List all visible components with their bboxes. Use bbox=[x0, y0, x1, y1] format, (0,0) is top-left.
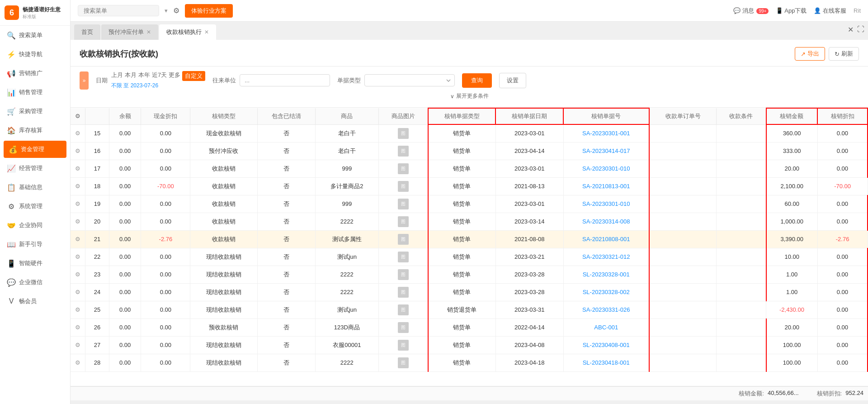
tab-close-icon[interactable]: ✕ bbox=[146, 29, 151, 35]
bill-type-select[interactable] bbox=[364, 74, 455, 86]
td-included-settled: 否 bbox=[257, 195, 316, 213]
td-product: 老白干 bbox=[316, 142, 378, 160]
settings-button[interactable]: 设置 bbox=[499, 73, 526, 88]
tab-close-icon[interactable]: ✕ bbox=[204, 29, 209, 35]
export-button[interactable]: ↗ 导出 bbox=[795, 47, 825, 61]
td-verify-bill-type: 销货单 bbox=[428, 160, 496, 177]
bill-no-link[interactable]: ABC-001 bbox=[594, 324, 618, 331]
expand-more-conditions[interactable]: ∨ 展开更多条件 bbox=[80, 90, 859, 103]
date-quick-links: 上月 本月 本年 近7天 更多 自定义 bbox=[111, 71, 205, 81]
search-input[interactable] bbox=[78, 5, 159, 16]
th-cash-discount: 现金折扣 bbox=[141, 108, 190, 124]
date-more[interactable]: 更多 bbox=[169, 71, 180, 81]
bill-no-link[interactable]: SA-20230301-001 bbox=[582, 130, 630, 137]
bill-no-link[interactable]: SA-20230321-012 bbox=[582, 253, 630, 260]
bill-no-link[interactable]: SA-20230414-017 bbox=[582, 147, 630, 154]
query-button[interactable]: 查询 bbox=[462, 73, 492, 88]
horizontal-scrollbar[interactable] bbox=[71, 400, 868, 404]
td-balance: 0.00 bbox=[109, 230, 141, 248]
app-download-link[interactable]: 📱 App下载 bbox=[776, 7, 807, 15]
td-verify-type: 收款核销 bbox=[190, 160, 257, 177]
user-name: Rit bbox=[854, 7, 861, 14]
tab-0[interactable]: 首页 bbox=[74, 24, 100, 40]
sidebar-item-基础信息[interactable]: 📋基础信息 bbox=[0, 178, 70, 197]
logo-title: 畅捷通谱好生意 bbox=[23, 6, 61, 14]
bill-no-link[interactable]: SA-20230331-026 bbox=[582, 306, 630, 313]
td-verify-bill-type: 销货单 bbox=[428, 336, 496, 354]
topbar-arrow[interactable]: ▾ bbox=[165, 7, 168, 14]
table-row: ⚙ 18 0.00 -70.00 收款核销 否 多计量商品2 图 销货单 202… bbox=[71, 177, 868, 195]
td-settings: ⚙ bbox=[71, 195, 85, 213]
date-this-year[interactable]: 本年 bbox=[138, 71, 150, 81]
td-verify-amount: -2,430.00 bbox=[766, 301, 818, 318]
sidebar-item-搜索菜单[interactable]: 🔍搜索菜单 bbox=[0, 26, 70, 45]
td-cash-discount: 0.00 bbox=[141, 213, 190, 230]
bill-no-link[interactable]: SA-20230314-008 bbox=[582, 218, 630, 225]
td-balance: 0.00 bbox=[109, 318, 141, 336]
td-row-no: 24 bbox=[85, 283, 109, 301]
td-verify-bill-no: SA-20230331-026 bbox=[563, 301, 649, 318]
td-row-no: 20 bbox=[85, 213, 109, 230]
td-verify-bill-type: 销货单 bbox=[428, 213, 496, 230]
sidebar-item-资金管理[interactable]: 💰资金管理 bbox=[4, 141, 66, 158]
td-verify-discount: -70.00 bbox=[817, 177, 868, 195]
th-verify-bill-no: 核销单据号 bbox=[563, 108, 649, 124]
date-this-month[interactable]: 本月 bbox=[125, 71, 137, 81]
topbar-gear-icon[interactable]: ⚙ bbox=[173, 6, 179, 15]
td-balance: 0.00 bbox=[109, 195, 141, 213]
sidebar-item-企业协同[interactable]: 🤝企业协同 bbox=[0, 216, 70, 235]
refresh-button[interactable]: ↻ 刷新 bbox=[829, 47, 859, 61]
expand-tab-icon[interactable]: ⛶ bbox=[857, 25, 864, 34]
bill-no-link[interactable]: SL-20230328-001 bbox=[583, 271, 630, 278]
td-verify-amount: 1.00 bbox=[766, 283, 818, 301]
filter-expand-button[interactable]: » bbox=[80, 71, 89, 90]
td-row-no: 28 bbox=[85, 354, 109, 371]
td-verify-bill-no: SA-20230301-001 bbox=[563, 124, 649, 142]
td-verify-bill-no: SL-20230418-001 bbox=[563, 354, 649, 371]
date-7days[interactable]: 近7天 bbox=[152, 71, 167, 81]
close-tab-icon[interactable]: ✕ bbox=[848, 25, 854, 34]
td-verify-bill-no: SA-20210808-001 bbox=[563, 230, 649, 248]
date-custom[interactable]: 自定义 bbox=[182, 71, 205, 81]
date-last-month[interactable]: 上月 bbox=[111, 71, 123, 81]
sidebar-item-营销推广[interactable]: 📢营销推广 bbox=[0, 64, 70, 83]
sidebar-item-新手引导[interactable]: 📖新手引导 bbox=[0, 235, 70, 254]
td-receipt-order-no bbox=[649, 230, 717, 248]
td-verify-type: 现结收款核销 bbox=[190, 354, 257, 371]
sidebar-item-智能硬件[interactable]: 📱智能硬件 bbox=[0, 254, 70, 273]
sidebar-item-采购管理[interactable]: 🛒采购管理 bbox=[0, 102, 70, 121]
bill-no-link[interactable]: SA-20210813-001 bbox=[582, 183, 630, 190]
sidebar-item-畅会员[interactable]: V畅会员 bbox=[0, 292, 70, 311]
td-verify-bill-type: 销货单 bbox=[428, 248, 496, 266]
sidebar-item-销售管理[interactable]: 📊销售管理 bbox=[0, 83, 70, 102]
bill-no-link[interactable]: SA-20230301-010 bbox=[582, 165, 630, 172]
bill-no-link[interactable]: SA-20210808-001 bbox=[582, 236, 630, 242]
sidebar-item-系统管理[interactable]: ⚙系统管理 bbox=[0, 197, 70, 216]
td-product-img: 图 bbox=[378, 318, 428, 336]
td-product: 999 bbox=[316, 160, 378, 177]
sidebar-label: 企业协同 bbox=[19, 221, 42, 229]
online-service-link[interactable]: 👤 在线客服 bbox=[814, 7, 846, 15]
sidebar-item-库存核算[interactable]: 🏠库存核算 bbox=[0, 121, 70, 140]
counterpart-input[interactable] bbox=[240, 74, 330, 86]
td-product-img: 图 bbox=[378, 142, 428, 160]
message-link[interactable]: 💬 消息 99+ bbox=[733, 7, 769, 15]
tab-2[interactable]: 收款核销执行✕ bbox=[159, 24, 216, 40]
sidebar-label: 资金管理 bbox=[21, 145, 44, 153]
industry-btn[interactable]: 体验行业方案 bbox=[185, 4, 233, 18]
td-verify-type: 收款核销 bbox=[190, 230, 257, 248]
bill-no-link[interactable]: SL-20230408-001 bbox=[583, 342, 630, 348]
bill-no-link[interactable]: SL-20230418-001 bbox=[583, 359, 630, 366]
sidebar-item-经营管理[interactable]: 📈经营管理 bbox=[0, 159, 70, 178]
td-verify-bill-type: 销货单 bbox=[428, 283, 496, 301]
td-product: 999 bbox=[316, 195, 378, 213]
bill-no-link[interactable]: SA-20230301-010 bbox=[582, 200, 630, 207]
sidebar-item-快捷导航[interactable]: ⚡快捷导航 bbox=[0, 45, 70, 64]
sidebar-icon: 💬 bbox=[7, 278, 15, 286]
sidebar-item-企业微信[interactable]: 💬企业微信 bbox=[0, 273, 70, 292]
td-settings: ⚙ bbox=[71, 336, 85, 354]
tab-1[interactable]: 预付冲应付单✕ bbox=[101, 24, 158, 40]
bill-no-link[interactable]: SL-20230328-002 bbox=[583, 289, 630, 295]
td-verify-discount: 0.00 bbox=[817, 160, 868, 177]
td-cash-discount: 0.00 bbox=[141, 124, 190, 142]
